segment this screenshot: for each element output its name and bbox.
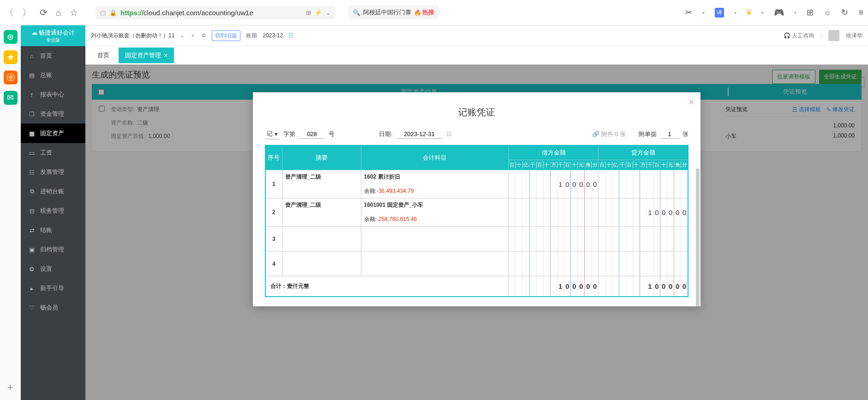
scissors-icon[interactable]: ✂ <box>685 7 692 18</box>
chevron-down-icon[interactable]: ⌄ <box>326 9 331 16</box>
url-protocol: https:// <box>120 9 144 17</box>
forward-icon[interactable]: 〉 <box>22 6 31 19</box>
search-text: 阿根廷中国行门票 <box>363 8 411 17</box>
hot-badge: 🔥热搜 <box>414 8 434 17</box>
qr-icon[interactable]: ⊞ <box>306 9 311 16</box>
browser-toolbar: 〈 〉 ⟳ ⌂ ☆ ▢ 🔒 https://cloud.chanjet.com/… <box>0 0 868 25</box>
url-path: cloud.chanjet.com/accounting/uw1e <box>144 9 253 17</box>
bolt-icon[interactable]: ⚡ <box>315 9 322 16</box>
history-icon[interactable]: ↻ <box>841 7 848 18</box>
back-icon[interactable]: 〈 <box>5 6 14 19</box>
home-icon[interactable]: ⌂ <box>56 7 61 18</box>
browser-search[interactable]: 🔍 阿根廷中国行门票 🔥热搜 <box>348 6 439 19</box>
menu-icon[interactable]: ≡ <box>858 8 863 18</box>
search-icon: 🔍 <box>353 9 360 16</box>
shield-icon: ▢ <box>100 9 106 16</box>
url-bar[interactable]: ▢ 🔒 https://cloud.chanjet.com/accounting… <box>96 6 335 19</box>
game-icon[interactable]: 🎮 <box>774 7 784 18</box>
star-icon[interactable]: ☆ <box>70 7 78 18</box>
reload-icon[interactable]: ⟳ <box>40 7 48 18</box>
lock-icon: 🔒 <box>109 9 117 16</box>
sun-icon[interactable]: ☼ <box>824 8 832 18</box>
coin-icon[interactable]: ¥ <box>747 8 751 18</box>
grid-icon[interactable]: ⊞ <box>807 7 814 18</box>
translate-icon[interactable]: 译 <box>715 8 724 18</box>
